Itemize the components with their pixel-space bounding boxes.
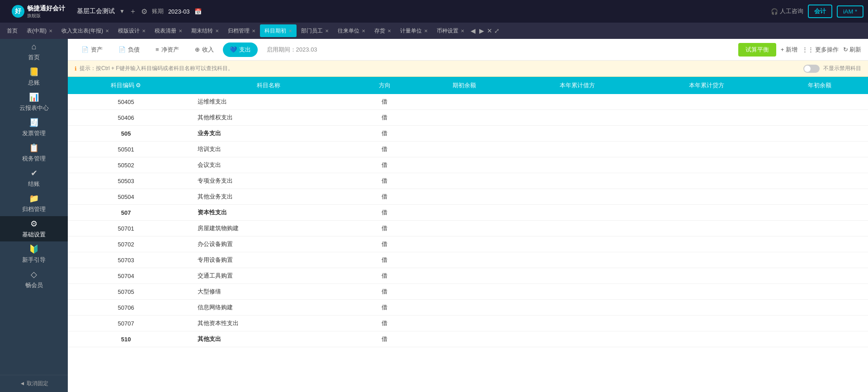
table-row[interactable]: 50706 信息网络购建 借 — [68, 300, 868, 316]
table-row[interactable]: 50501 培训支出 借 — [68, 142, 868, 157]
tab-close-icon[interactable]: ✕ — [179, 28, 182, 33]
sub-tab-net_assets[interactable]: ≡净资产 — [149, 43, 186, 57]
toggle-label: 不显示禁用科目 — [823, 65, 861, 72]
tab-tax[interactable]: 税表清册✕ — [150, 24, 187, 37]
table-row[interactable]: 505 业务支出 借 — [68, 126, 868, 142]
cell-name: 资本性支出 — [184, 205, 353, 221]
table-row[interactable]: 50705 大型修缮 借 — [68, 284, 868, 300]
cell-ytd-debit — [513, 221, 642, 236]
help-button[interactable]: 🎧 人工咨询 — [771, 7, 803, 15]
account-button[interactable]: 会计 — [808, 5, 832, 18]
header-right: 🎧 人工咨询 会计 iAM * — [771, 5, 863, 18]
cell-direction: 借 — [353, 126, 416, 142]
cell-name: 信息网络购建 — [184, 300, 353, 316]
sub-tab-expenditure[interactable]: 💙支出 — [223, 43, 258, 57]
disabled-toggle[interactable] — [803, 65, 820, 73]
col-settings-icon[interactable]: ⚙ — [136, 82, 141, 89]
tab-close-icon[interactable]: ✕ — [288, 28, 292, 33]
sidebar-item-guide[interactable]: 🔰新手引导 — [0, 241, 68, 267]
tab-period_end[interactable]: 期末结转✕ — [187, 24, 223, 37]
table-row[interactable]: 50701 房屋建筑物购建 借 — [68, 221, 868, 236]
sidebar-item-tax[interactable]: 📋税务管理 — [0, 140, 68, 165]
sub-tab-assets[interactable]: 📄资产 — [75, 43, 109, 57]
tab-close-icon[interactable]: ✕ — [387, 28, 391, 33]
cell-code: 50706 — [68, 300, 184, 316]
tab-home[interactable]: 首页 — [2, 24, 22, 37]
settings-icon[interactable]: ⚙ — [141, 7, 147, 16]
trial-balance-button[interactable]: 试算平衡 — [738, 43, 776, 57]
table-row[interactable]: 50703 专用设备购置 借 — [68, 252, 868, 268]
cell-code: 50702 — [68, 236, 184, 252]
more-actions-button[interactable]: ⋮⋮ 更多操作 — [802, 46, 839, 54]
sidebar-item-member[interactable]: ◇畅会员 — [0, 267, 68, 292]
tab-currency[interactable]: 币种设置✕ — [432, 24, 469, 37]
tab-bs_mid[interactable]: 表(中期)✕ — [22, 24, 57, 37]
cell-name: 交通工具购置 — [184, 268, 353, 284]
tab-closeall-btn[interactable]: ✕ — [486, 26, 493, 35]
sub-tab-income[interactable]: ⊕收入 — [188, 43, 221, 57]
sidebar-collapse-button[interactable]: ◄ 取消固定 — [0, 375, 68, 392]
cell-name: 其他支出 — [184, 331, 353, 347]
sidebar-item-settings[interactable]: ⚙基础设置 — [0, 216, 68, 241]
calendar-icon[interactable]: 📅 — [194, 8, 202, 15]
tab-close-icon[interactable]: ✕ — [215, 28, 219, 33]
iam-button[interactable]: iAM * — [837, 5, 863, 18]
table-row[interactable]: 50406 其他维权支出 借 — [68, 110, 868, 126]
cell-year-opening — [772, 126, 868, 142]
table-row[interactable]: 507 资本性支出 借 — [68, 205, 868, 221]
add-button[interactable]: + 新增 — [781, 46, 797, 54]
refresh-button[interactable]: ↻ 刷新 — [843, 46, 861, 54]
sidebar-item-checkout[interactable]: ✔结账 — [0, 165, 68, 191]
tab-expand-btn[interactable]: ⤢ — [493, 26, 500, 35]
tab-close-icon[interactable]: ✕ — [49, 28, 52, 33]
cell-opening-balance — [416, 205, 513, 221]
tab-next-btn[interactable]: ▶ — [477, 26, 486, 35]
tab-income_annual[interactable]: 收入支出表(年报)✕ — [57, 24, 113, 37]
tab-close-icon[interactable]: ✕ — [424, 28, 428, 33]
cell-ytd-debit — [513, 252, 642, 268]
add-tab-icon[interactable]: ＋ — [129, 7, 137, 16]
sub-tab-liability[interactable]: 📄负债 — [112, 43, 146, 57]
company-name: 基层工会测试 — [77, 7, 115, 15]
company-dropdown-icon[interactable]: ▼ — [119, 8, 125, 14]
tab-dept_staff[interactable]: 部门员工✕ — [297, 24, 333, 37]
tab-inventory[interactable]: 存货✕ — [370, 24, 396, 37]
sidebar-item-reports[interactable]: 📊云报表中心 — [0, 90, 68, 115]
cell-opening-balance — [416, 300, 513, 316]
table-row[interactable]: 510 其他支出 借 — [68, 331, 868, 347]
table-row[interactable]: 50707 其他资本性支出 借 — [68, 316, 868, 331]
sidebar-item-label: 发票管理 — [22, 129, 46, 137]
tab-archive_mgmt[interactable]: 归档管理✕ — [223, 24, 260, 37]
tab-close-icon[interactable]: ✕ — [142, 28, 146, 33]
table-row[interactable]: 50504 其他业务支出 借 — [68, 189, 868, 205]
table-row[interactable]: 50702 办公设备购置 借 — [68, 236, 868, 252]
cell-name: 专用设备购置 — [184, 252, 353, 268]
content-area: 📄资产📄负债≡净资产⊕收入💙支出启用期间：2023.03 试算平衡 + 新增 ⋮… — [68, 39, 868, 392]
sub-tab-label: 收入 — [202, 46, 214, 54]
tab-close-icon[interactable]: ✕ — [325, 28, 329, 33]
sidebar-item-ledger[interactable]: 📒总账 — [0, 64, 68, 90]
sidebar-item-invoice[interactable]: 🧾发票管理 — [0, 115, 68, 140]
tab-close-icon[interactable]: ✕ — [362, 28, 365, 33]
tab-partners[interactable]: 往来单位✕ — [333, 24, 370, 37]
sidebar-item-archive[interactable]: 📁归档管理 — [0, 191, 68, 216]
hint-icon: ℹ — [75, 66, 77, 72]
main-layout: ⌂首页📒总账📊云报表中心🧾发票管理📋税务管理✔结账📁归档管理⚙基础设置🔰新手引导… — [0, 39, 868, 392]
tab-prev-btn[interactable]: ◀ — [469, 26, 477, 35]
cell-ytd-credit — [642, 236, 771, 252]
tab-template[interactable]: 模版设计✕ — [113, 24, 150, 37]
tab-close-icon[interactable]: ✕ — [105, 28, 109, 33]
cell-code: 50503 — [68, 173, 184, 189]
table-row[interactable]: 50503 专项业务支出 借 — [68, 173, 868, 189]
tab-subject_period[interactable]: 科目期初✕ — [260, 24, 297, 37]
table-row[interactable]: 50405 运维维支出 借 — [68, 94, 868, 110]
sidebar-item-home[interactable]: ⌂首页 — [0, 39, 68, 64]
tab-close-icon[interactable]: ✕ — [461, 28, 464, 33]
sub-tab-icon: 📄 — [81, 46, 89, 53]
table-row[interactable]: 50704 交通工具购置 借 — [68, 268, 868, 284]
cell-code: 50704 — [68, 268, 184, 284]
cell-ytd-credit — [642, 205, 771, 221]
table-row[interactable]: 50502 会议支出 借 — [68, 157, 868, 173]
tab-unit[interactable]: 计量单位✕ — [396, 24, 432, 37]
tab-close-icon[interactable]: ✕ — [252, 28, 255, 33]
